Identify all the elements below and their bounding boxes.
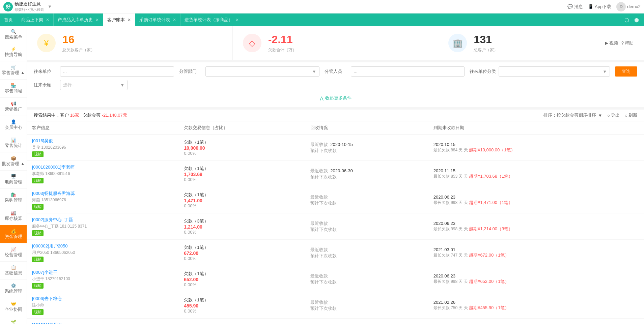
filter-dept-select[interactable]: ▼	[205, 66, 319, 77]
due-date-3: 2020.06.23	[433, 221, 639, 226]
customer-name-7[interactable]: [000001]黄思源	[32, 322, 174, 324]
batch-mgmt-icon: 📦	[2, 156, 25, 161]
purchase-icon: 🛍️	[2, 192, 25, 197]
tab-goods[interactable]: 商品上下架 ✕	[17, 13, 54, 26]
data-table: 客户信息 欠款交易信息（占比） 回收情况 到期未收款日期 [0016]吴俊 吴俊…	[27, 121, 644, 324]
tab-customer[interactable]: 客户账本 ✕	[103, 13, 135, 26]
cell-collection-7: 最近收款 预计下次收款	[305, 319, 428, 324]
collapse-label: 收起更多条件	[325, 95, 352, 101]
tab-import-stats-close[interactable]: ✕	[235, 18, 239, 22]
owe-count-5: 欠款（1笔）	[184, 271, 300, 277]
owe-amount-4[interactable]: 672.00	[184, 251, 300, 256]
app-download-btn[interactable]: 📱 App下载	[588, 4, 611, 10]
owe-amount-5[interactable]: 652.00	[184, 277, 300, 282]
user-menu[interactable]: D demo2	[616, 2, 641, 11]
sidebar-item-retail-store[interactable]: 🏪 零售商城	[0, 80, 27, 98]
help-icon: ?	[621, 40, 624, 46]
customer-name-4[interactable]: [000002]用户2050	[32, 243, 174, 249]
filter-person-input[interactable]: ...	[351, 66, 465, 77]
customer-tag-3: 现销	[32, 230, 44, 236]
overdue-text-4[interactable]: 超期¥672.00（1笔）	[469, 253, 509, 258]
tab-production-label: 产成品入库单历史	[58, 17, 93, 23]
customer-tag-6: 现销	[32, 309, 44, 315]
last-collect-date-0: 2020-10-15	[329, 142, 353, 147]
collection-next-3: 预计下次收款	[310, 227, 423, 233]
result-prefix: 搜索结果中，客户	[34, 113, 69, 118]
overdue-text-5[interactable]: 超期¥652.00（1笔）	[469, 279, 509, 284]
sidebar-item-marketing[interactable]: 📢 营销推广	[0, 98, 27, 116]
owe-amount-6[interactable]: 455.90	[184, 303, 300, 308]
due-date-1: 2020.11.15	[433, 168, 639, 173]
owe-percent-5: 0.00%	[184, 282, 300, 287]
sidebar-item-quick-nav[interactable]: ⚡ 快捷导航	[0, 43, 27, 61]
tab-production-close[interactable]: ✕	[95, 18, 99, 22]
tab-home[interactable]: 首页	[0, 13, 17, 26]
sidebar-item-inventory[interactable]: 🏭 库存核算	[0, 207, 27, 225]
stat-total-customers-label: 总客户（家）	[474, 47, 498, 53]
owe-amount-0[interactable]: 10,000.00	[184, 145, 300, 151]
sidebar-item-purchase-mgmt[interactable]: 🛍️ 采购管理	[0, 189, 27, 207]
sidebar-item-newbie[interactable]: 🌱 新手引导	[0, 316, 27, 324]
logo-dropdown-icon[interactable]: ▼	[48, 4, 52, 9]
refresh-label: 刷新	[628, 112, 637, 118]
customer-name-5[interactable]: [0007]小进干	[32, 269, 174, 275]
customer-name-3[interactable]: [0002]服务中心_丁磊	[32, 217, 174, 223]
tab-purchase-close[interactable]: ✕	[173, 18, 176, 22]
owe-amount-2[interactable]: 1,471.00	[184, 198, 300, 203]
filter-collapse-btn[interactable]: ⋀ 收起更多条件	[34, 93, 637, 103]
customer-tag-5: 现销	[32, 283, 44, 289]
query-button[interactable]: 查询	[615, 66, 637, 77]
sort-btn[interactable]: 排序：按欠款金额倒序排序 ▼	[543, 112, 602, 118]
tab-production[interactable]: 产成品入库单历史 ✕	[54, 13, 103, 26]
tab-purchase[interactable]: 采购订单统计表 ✕	[135, 13, 180, 26]
sidebar-search[interactable]: 🔍 搜索菜单	[0, 26, 27, 43]
overdue-text-1[interactable]: 超期¥1,703.68（1笔）	[469, 174, 513, 179]
sidebar-item-enterprise-coop[interactable]: 🤝 企业协同	[0, 298, 27, 316]
tab-customer-close[interactable]: ✕	[128, 18, 131, 22]
filter-balance-arrow: ▼	[120, 83, 124, 88]
sidebar-item-basic-info[interactable]: 📋 基础信息	[0, 262, 27, 280]
sidebar-item-member[interactable]: 👤 会员中心	[0, 116, 27, 134]
customer-tag-1: 现销	[32, 178, 44, 183]
customer-name-2[interactable]: [0003]畅捷服务尹海蕊	[32, 190, 174, 197]
filter-unit-category-select[interactable]: ▼	[499, 66, 610, 77]
message-btn[interactable]: 💬 消息	[567, 4, 583, 10]
refresh-btn[interactable]: ○ 刷新	[625, 112, 637, 118]
owe-amount-1[interactable]: 1,703.68	[184, 172, 300, 177]
filter-balance-select[interactable]: 选择... ▼	[60, 80, 128, 90]
owe-amount-3[interactable]: 1,214.00	[184, 224, 300, 230]
customer-name-6[interactable]: [0006]去下粮仓	[32, 296, 174, 302]
enterprise-coop-icon: 🤝	[2, 301, 25, 306]
stat-total-customers-info: 131 总客户（家）	[474, 33, 498, 53]
tab-bar-expand-btn[interactable]: ⬢	[633, 16, 641, 24]
tab-goods-close[interactable]: ✕	[46, 18, 49, 22]
export-btn[interactable]: ○ 导出	[607, 112, 620, 118]
overdue-text-0[interactable]: 超期¥10,000.00（1笔）	[469, 147, 515, 152]
cell-owe-7: 欠款（1笔） 429.00 0.00%	[179, 319, 305, 324]
sidebar-item-batch-mgmt[interactable]: 📦 批发管理 ▲	[0, 152, 27, 171]
sidebar-item-retail-mgmt[interactable]: 🛒 零售管理 ▲	[0, 61, 27, 80]
logo: 好 畅捷通好生意 母婴行业演示账套 ▼	[3, 1, 71, 12]
overdue-text-3[interactable]: 超期¥1,214.00（3笔）	[469, 226, 513, 231]
customer-name-1[interactable]: [00010200001]李老师	[32, 164, 174, 170]
video-btn[interactable]: ▶ 视频	[605, 40, 618, 46]
help-btn[interactable]: ? 帮助	[621, 40, 634, 46]
overdue-text-2[interactable]: 超期¥1,471.00（1笔）	[469, 200, 513, 205]
overdue-days-0: 最长欠款 884 天 天 超期¥10,000.00（1笔）	[433, 147, 639, 153]
stat-total-customers-value: 131	[474, 33, 498, 46]
sidebar-item-ecommerce[interactable]: 🖥️ 电商管理	[0, 171, 27, 189]
tab-bar-collapse-btn[interactable]: ⬡	[623, 16, 631, 24]
overdue-text-6[interactable]: 超期¥455.90（1笔）	[469, 305, 509, 310]
cell-owe-5: 欠款（1笔） 652.00 0.00%	[179, 266, 305, 292]
table-row: [000001]黄思源 黄思源 13552700226 现销 欠款（1笔） 42…	[27, 319, 644, 324]
sidebar-item-capital[interactable]: 💰 资金管理	[0, 225, 27, 243]
tab-bar: 首页 商品上下架 ✕ 产成品入库单历史 ✕ 客户账本 ✕ 采购订单统计表 ✕ 进…	[0, 13, 644, 26]
sidebar-item-retail-stats[interactable]: 📊 零售统计	[0, 134, 27, 152]
sidebar-item-system[interactable]: ⚙️ 系统管理	[0, 280, 27, 298]
sidebar-item-operations[interactable]: 📈 经营管理	[0, 243, 27, 262]
customer-name-0[interactable]: [0016]吴俊	[32, 138, 174, 144]
tab-import-stats[interactable]: 进货单统计表（按商品） ✕	[180, 13, 243, 26]
stat-owed-amount-info: -2.11 欠款合计（万）	[268, 33, 297, 53]
filter-from-unit-input[interactable]: ...	[60, 66, 174, 77]
message-label: 消息	[574, 4, 583, 10]
